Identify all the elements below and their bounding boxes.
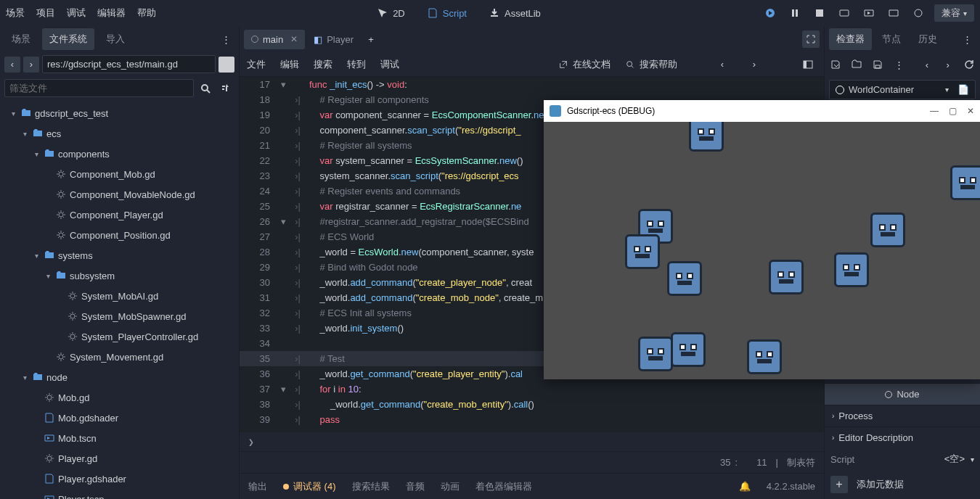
- fold-icon[interactable]: [276, 138, 290, 153]
- sort-icon[interactable]: [217, 80, 234, 97]
- object-dropdown[interactable]: WorldContainer ▾ 📄: [829, 80, 976, 99]
- fold-icon[interactable]: [276, 412, 290, 427]
- tree-file[interactable]: System_MobAI.gd: [0, 286, 239, 306]
- tree-file[interactable]: Player.gdshader: [0, 469, 239, 489]
- right-tab-inspector[interactable]: 检查器: [829, 28, 872, 50]
- tree-folder[interactable]: ▾systems: [0, 245, 239, 265]
- right-menu-icon[interactable]: ⋮: [958, 30, 976, 48]
- refresh-icon[interactable]: [962, 56, 976, 73]
- fold-icon[interactable]: ▾: [276, 214, 290, 229]
- left-tab-scene[interactable]: 场景: [4, 28, 38, 50]
- debugger-tab[interactable]: 调试器 (4): [283, 480, 336, 493]
- tree-file[interactable]: Mob.gdshader: [0, 408, 239, 428]
- tree-file[interactable]: Component_Position.gd: [0, 225, 239, 245]
- save-resource-icon[interactable]: [871, 56, 885, 73]
- fold-icon[interactable]: [276, 321, 290, 336]
- remote-run-button[interactable]: [836, 4, 853, 22]
- ed-debug[interactable]: 调试: [380, 58, 399, 71]
- menu-scene[interactable]: 场景: [6, 7, 25, 20]
- fold-icon[interactable]: [276, 397, 290, 412]
- stop-button[interactable]: [811, 4, 828, 22]
- fold-icon[interactable]: [276, 336, 290, 351]
- play-custom-button[interactable]: [885, 4, 902, 22]
- ed-edit[interactable]: 编辑: [280, 58, 299, 71]
- code-line[interactable]: 17▾func _init_ecs() -> void:: [240, 77, 824, 92]
- tab-2d[interactable]: 2D: [372, 4, 409, 22]
- hist-fwd-icon[interactable]: ›: [941, 56, 955, 73]
- results-tab[interactable]: 搜索结果: [352, 480, 390, 493]
- code-line[interactable]: 39›| pass: [240, 412, 824, 427]
- fold-icon[interactable]: [276, 153, 290, 168]
- online-docs-button[interactable]: 在线文档: [558, 58, 611, 71]
- add-metadata-button[interactable]: +: [830, 476, 848, 493]
- menu-editor[interactable]: 编辑器: [97, 7, 126, 20]
- editor-tab-player[interactable]: ◧ Player: [306, 30, 361, 49]
- minimize-icon[interactable]: —: [930, 106, 939, 116]
- fold-icon[interactable]: [276, 290, 290, 305]
- fold-icon[interactable]: [276, 229, 290, 244]
- tree-folder[interactable]: ▾ecs: [0, 123, 239, 144]
- right-tab-node[interactable]: 节点: [875, 28, 908, 50]
- ed-goto[interactable]: 转到: [347, 58, 366, 71]
- left-tab-import[interactable]: 导入: [99, 28, 132, 50]
- tree-file[interactable]: Component_MovableNode.gd: [0, 184, 239, 205]
- menu-project[interactable]: 项目: [36, 7, 55, 20]
- script-back-icon[interactable]: ‹: [714, 56, 731, 73]
- search-icon[interactable]: [197, 80, 214, 97]
- tree-file[interactable]: Player.gd: [0, 448, 239, 469]
- play-scene-button[interactable]: [860, 4, 878, 22]
- anim-tab[interactable]: 动画: [441, 480, 460, 493]
- maximize-icon[interactable]: ▢: [949, 106, 957, 116]
- file-tree[interactable]: ▾gdscript_ecs_test▾ecs▾componentsCompone…: [0, 100, 239, 499]
- chevron-down-icon[interactable]: ▾: [971, 455, 974, 463]
- fold-icon[interactable]: ▾: [276, 77, 290, 92]
- tree-folder[interactable]: ▾components: [0, 144, 239, 164]
- fold-icon[interactable]: [276, 199, 290, 214]
- code-line[interactable]: 38›| _world.get_command("create_mob_enti…: [240, 397, 824, 412]
- add-tab-button[interactable]: +: [362, 30, 380, 48]
- panel-menu-icon[interactable]: ⋮: [217, 30, 234, 48]
- fold-icon[interactable]: [276, 260, 290, 275]
- tab-script[interactable]: Script: [422, 4, 471, 22]
- toggle-panel-icon[interactable]: [799, 56, 817, 73]
- tree-file[interactable]: System_PlayerController.gd: [0, 326, 239, 347]
- tree-file[interactable]: Component_Player.gd: [0, 205, 239, 225]
- shader-tab[interactable]: 着色器编辑器: [475, 480, 532, 493]
- tree-file[interactable]: Player.tscn: [0, 489, 239, 499]
- tree-file[interactable]: Component_Mob.gd: [0, 164, 239, 184]
- output-tab[interactable]: 输出: [248, 480, 267, 493]
- pause-button[interactable]: [786, 4, 804, 22]
- fold-icon[interactable]: [276, 351, 290, 366]
- tree-folder[interactable]: ▾subsystem: [0, 265, 239, 286]
- edit-script-icon[interactable]: 📄: [957, 84, 969, 95]
- path-input[interactable]: [42, 55, 216, 73]
- resource-menu-icon[interactable]: ⋮: [892, 56, 906, 73]
- render-button[interactable]: [910, 4, 927, 22]
- indent-mode[interactable]: 制表符: [787, 456, 815, 469]
- left-tab-filesystem[interactable]: 文件系统: [42, 28, 94, 50]
- fold-icon[interactable]: [276, 92, 290, 107]
- tree-folder[interactable]: ▾gdscript_ecs_test: [0, 103, 239, 123]
- audio-tab[interactable]: 音频: [406, 480, 425, 493]
- fold-icon[interactable]: ▾: [276, 382, 290, 397]
- filter-input[interactable]: [4, 79, 194, 97]
- script-fwd-icon[interactable]: ›: [746, 56, 763, 73]
- path-options-icon[interactable]: [219, 57, 234, 73]
- fold-icon[interactable]: [276, 305, 290, 321]
- tab-assetlib[interactable]: AssetLib: [484, 4, 545, 22]
- menu-debug[interactable]: 调试: [67, 7, 86, 20]
- play-button[interactable]: [761, 4, 779, 22]
- fold-icon[interactable]: [276, 183, 290, 199]
- close-tab-icon[interactable]: ✕: [290, 34, 298, 44]
- ed-search[interactable]: 搜索: [314, 58, 332, 71]
- tree-folder[interactable]: ▾node: [0, 367, 239, 387]
- close-icon[interactable]: ✕: [967, 106, 974, 116]
- right-tab-history[interactable]: 历史: [911, 28, 944, 50]
- menu-help[interactable]: 帮助: [137, 7, 156, 20]
- tree-file[interactable]: System_Movement.gd: [0, 347, 239, 367]
- fold-icon[interactable]: [276, 244, 290, 260]
- distraction-free-icon[interactable]: [802, 30, 820, 48]
- tree-file[interactable]: Mob.gd: [0, 387, 239, 408]
- editordesc-section[interactable]: ›Editor Description: [825, 426, 980, 448]
- nav-back-button[interactable]: ‹: [4, 57, 20, 73]
